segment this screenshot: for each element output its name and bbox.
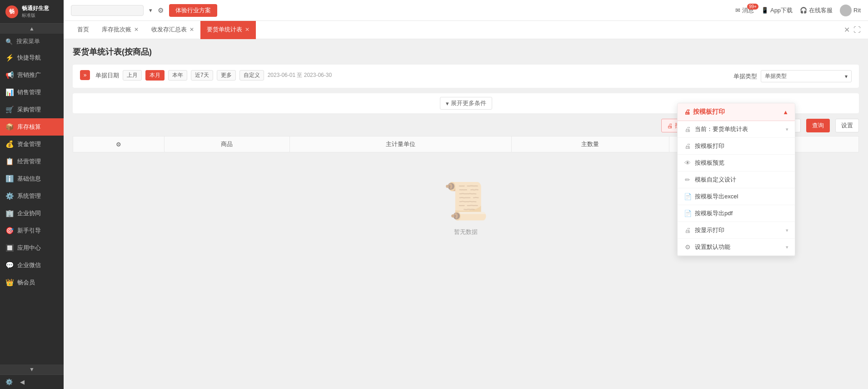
empty-text: 暂无数据 (454, 228, 478, 236)
sidebar-settings-icon[interactable]: ⚙️ (5, 379, 13, 385)
sidebar-item-label: 资金管理 (17, 140, 41, 148)
sidebar-scroll-down[interactable]: ▼ (0, 364, 64, 374)
page-title: 要货单统计表(按商品) (73, 46, 859, 57)
online-service-label: 在线客服 (809, 6, 833, 15)
tabs-close-icon[interactable]: ✕ (844, 25, 850, 34)
tab-inventory-batch-label: 库存批次账 (102, 25, 131, 34)
sidebar-item-app-center[interactable]: 🔲 应用中心 (0, 239, 64, 257)
sidebar-search[interactable]: 🔍 搜索菜单 (0, 34, 64, 49)
set-default-icon: ⚙ (684, 243, 691, 251)
col-settings[interactable]: ⚙ (73, 136, 165, 152)
sidebar-item-guide[interactable]: 🎯 新手引导 (0, 222, 64, 239)
template-preview-label: 按模板预览 (695, 159, 724, 167)
trial-button[interactable]: 体验行业方案 (169, 4, 217, 17)
user-avatar[interactable]: Rit (840, 5, 861, 16)
filter-expand-button[interactable]: » (80, 70, 90, 80)
display-print-section[interactable]: 🖨 按显示打印 ▾ (678, 222, 795, 239)
sidebar-item-label: 企业协同 (17, 209, 41, 217)
col-quantity: 主数量 (511, 136, 669, 152)
type-filter-chevron: ▾ (845, 73, 848, 80)
sidebar-item-system[interactable]: ⚙️ 系统管理 (0, 187, 64, 205)
template-export-excel-item[interactable]: 📄 按模板导出excel (678, 188, 795, 205)
date-btn-custom[interactable]: 自定义 (239, 70, 264, 81)
tab-collection-summary-close[interactable]: ✕ (190, 26, 194, 33)
topbar-dropdown-icon[interactable]: ▾ (149, 7, 152, 14)
date-range-display: 2023-06-01 至 2023-06-30 (268, 71, 332, 79)
sidebar-item-finance[interactable]: 💰 资金管理 (0, 136, 64, 153)
sidebar-item-quick-nav[interactable]: ⚡ 快捷导航 (0, 49, 64, 66)
sidebar-item-enterprise[interactable]: 🏢 企业协同 (0, 205, 64, 222)
sidebar-item-inventory[interactable]: 📦 库存核算 (0, 118, 64, 136)
printer-icon: 🖨 (667, 122, 673, 129)
type-filter-select[interactable]: 单据类型 ▾ (761, 70, 852, 82)
query-button[interactable]: 查询 (806, 119, 830, 132)
sidebar-item-label: 经营管理 (17, 157, 41, 166)
current-template-label: 当前：要货单统计表 (695, 125, 782, 133)
date-btn-last-month[interactable]: 上月 (123, 70, 142, 81)
dropdown-popup: 🖨 按模板打印 ▲ 🖨 当前：要货单统计表 ▾ 🖨 按模板打印 👁 按模板预览 … (677, 103, 795, 256)
member-icon: 👑 (5, 278, 14, 287)
template-print-item[interactable]: 🖨 按模板打印 (678, 138, 795, 155)
template-export-excel-icon: 📄 (684, 193, 691, 200)
template-export-pdf-icon: 📄 (684, 210, 691, 217)
template-preview-item[interactable]: 👁 按模板预览 (678, 155, 795, 172)
sidebar-item-member[interactable]: 👑 畅会员 (0, 274, 64, 291)
topbar-search-input[interactable] (71, 5, 144, 16)
set-default-section[interactable]: ⚙ 设置默认功能 ▾ (678, 239, 795, 256)
date-btn-this-month[interactable]: 本月 (145, 70, 165, 81)
type-filter-label: 单据类型 (733, 72, 757, 81)
sidebar-logo: 畅 畅通好生意 标准版 (0, 0, 64, 24)
sidebar-item-operations[interactable]: 📋 经营管理 (0, 153, 64, 170)
sidebar-item-basic-info[interactable]: ℹ️ 基础信息 (0, 170, 64, 187)
sidebar-item-sales[interactable]: 📊 销售管理 (0, 84, 64, 101)
template-custom-item[interactable]: ✏ 模板自定义设计 (678, 172, 795, 188)
system-icon: ⚙️ (5, 192, 14, 200)
app-name: 畅通好生意 (22, 5, 49, 12)
template-export-pdf-item[interactable]: 📄 按模板导出pdf (678, 205, 795, 222)
sidebar-item-label: 基础信息 (17, 175, 41, 183)
search-icon: 🔍 (5, 38, 13, 45)
user-name: Rit (853, 7, 861, 14)
sidebar-nav: ⚡ 快捷导航 📢 营销推广 📊 销售管理 🛒 采购管理 📦 库存核算 💰 资金管… (0, 49, 64, 364)
tab-order-stats-close[interactable]: ✕ (245, 26, 249, 33)
dropdown-close-arrow[interactable]: ▲ (783, 109, 788, 116)
sidebar-item-enterprise-wechat[interactable]: 💬 企业微信 (0, 257, 64, 274)
app-download-button[interactable]: 📱 App下载 (761, 6, 793, 15)
sidebar-item-label: 畅会员 (17, 278, 35, 287)
filter-bar: » 单据日期 上月 本月 本年 近7天 更多 自定义 2023-06-01 至 … (73, 65, 859, 88)
tabs-expand-icon[interactable]: ⛶ (853, 26, 861, 34)
tab-collection-summary[interactable]: 收发存汇总表 ✕ (145, 21, 200, 39)
tab-inventory-batch-close[interactable]: ✕ (134, 26, 139, 33)
sidebar-scroll-up[interactable]: ▲ (0, 24, 64, 34)
expand-more-button[interactable]: ▾ 展开更多条件 (440, 97, 492, 110)
online-service-button[interactable]: 🎧 在线客服 (800, 6, 833, 15)
sidebar-item-purchase[interactable]: 🛒 采购管理 (0, 101, 64, 118)
date-btn-more[interactable]: 更多 (217, 70, 236, 81)
sidebar-item-marketing[interactable]: 📢 营销推广 (0, 66, 64, 84)
tab-order-stats[interactable]: 要货单统计表 ✕ (200, 21, 256, 39)
sidebar-item-label: 快捷导航 (17, 54, 41, 62)
tab-inventory-batch[interactable]: 库存批次账 ✕ (95, 21, 145, 39)
display-print-label: 按显示打印 (695, 226, 782, 234)
date-btn-7days[interactable]: 近7天 (191, 70, 213, 81)
messages-button[interactable]: ✉ 消息 99+ (735, 6, 754, 15)
sidebar-item-label: 应用中心 (17, 244, 41, 252)
avatar-circle (840, 5, 852, 16)
topbar-gear-icon[interactable]: ⚙ (158, 6, 164, 15)
settings-button[interactable]: 设置 (835, 119, 859, 132)
sidebar-collapse-icon[interactable]: ◀ (20, 379, 25, 385)
query-label: 查询 (812, 121, 824, 130)
date-btn-this-year[interactable]: 本年 (168, 70, 187, 81)
settings-label: 设置 (841, 121, 853, 130)
template-custom-label: 模板自定义设计 (695, 176, 736, 184)
tab-home[interactable]: 首页 (71, 21, 95, 39)
inventory-icon: 📦 (5, 123, 14, 131)
sidebar: 畅 畅通好生意 标准版 ▲ 🔍 搜索菜单 ⚡ 快捷导航 📢 营销推广 📊 销售管… (0, 0, 64, 389)
headset-icon: 🎧 (800, 7, 807, 14)
enterprise-wechat-icon: 💬 (5, 261, 14, 269)
display-print-icon: 🖨 (684, 227, 691, 234)
tabs-bar-right: ✕ ⛶ (844, 25, 861, 34)
page-content: 要货单统计表(按商品) » 单据日期 上月 本月 本年 近7天 更多 自定义 2… (64, 39, 868, 389)
phone-icon: 📱 (761, 7, 768, 14)
sidebar-item-label: 采购管理 (17, 106, 41, 114)
